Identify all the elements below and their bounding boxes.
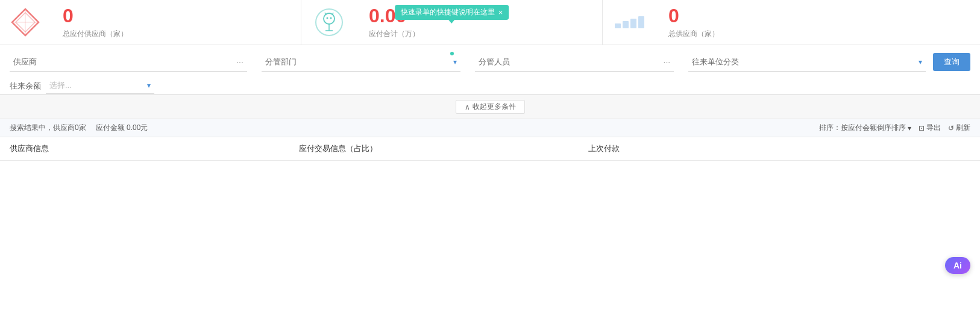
results-summary: 搜索结果中，供应商0家 应付金额 0.00元 [10, 123, 148, 133]
payable-total-label: 应付合计（万） [369, 29, 419, 39]
sort-label: 排序：按应付会额倒序排序 [819, 123, 906, 133]
results-actions: 排序：按应付会额倒序排序 ▾ ⊡ 导出 ↺ 刷新 [819, 123, 970, 133]
logo-icon [10, 7, 41, 38]
col-supplier-header: 供应商信息 [10, 143, 299, 154]
tooltip-text: 快速录单的快捷键说明在这里 [401, 7, 495, 17]
results-amount: 应付金额 0.00元 [96, 123, 148, 133]
person-filter[interactable]: 分管人员 ··· [475, 52, 674, 72]
supplier-filter[interactable]: 供应商 ··· [10, 52, 247, 72]
department-dropdown-icon[interactable]: ▾ [453, 58, 457, 66]
svg-point-11 [330, 17, 332, 19]
results-bar: 搜索结果中，供应商0家 应付金额 0.00元 排序：按应付会额倒序排序 ▾ ⊡ … [0, 119, 980, 137]
export-label: 导出 [926, 123, 941, 133]
total-suppliers-label: 总供应商（家） [668, 29, 719, 39]
payable-icon [313, 7, 345, 38]
refresh-icon: ↺ [948, 124, 954, 132]
person-label: 分管人员 [479, 57, 510, 67]
department-input[interactable] [301, 57, 451, 66]
department-label: 分管部门 [265, 57, 297, 67]
refresh-button[interactable]: ↺ 刷新 [948, 123, 970, 133]
results-suppliers: 搜索结果中，供应商0家 [10, 123, 86, 133]
total-suppliers-number: 0 [668, 5, 679, 26]
filter-row-1: 供应商 ··· 分管部门 ▾ 分管人员 ··· 往来单位分类 ▾ 查询 [10, 52, 970, 72]
unit-class-input[interactable] [744, 57, 916, 66]
filter-bar: 供应商 ··· 分管部门 ▾ 分管人员 ··· 往来单位分类 ▾ 查询 往来余额 [0, 45, 980, 95]
table-body [0, 161, 980, 293]
supplier-input[interactable] [42, 57, 236, 66]
export-icon: ⊡ [919, 124, 925, 132]
collapse-button[interactable]: ∧ 收起更多条件 [456, 100, 525, 114]
unit-class-filter[interactable]: 往来单位分类 ▾ [688, 52, 926, 72]
balance-dropdown-icon[interactable]: ▾ [147, 81, 151, 90]
col-transactions-header: 应付交易信息（占比） [299, 143, 588, 154]
tooltip-dot [449, 51, 455, 57]
sort-arrow-icon: ▾ [908, 124, 911, 132]
person-dots[interactable]: ··· [664, 57, 671, 67]
bar-chart-icon [615, 16, 644, 28]
filter-row-2: 往来余额 选择... ▾ [10, 78, 970, 94]
svg-point-10 [327, 17, 328, 19]
supplier-dots[interactable]: ··· [236, 57, 243, 67]
refresh-label: 刷新 [956, 123, 970, 133]
balance-select[interactable]: 选择... ▾ [46, 78, 154, 94]
export-button[interactable]: ⊡ 导出 [919, 123, 941, 133]
collapse-icon: ∧ [465, 103, 470, 111]
supplier-label: 供应商 [13, 57, 37, 67]
tooltip-bubble: 快速录单的快捷键说明在这里 × [395, 5, 509, 20]
svg-point-5 [324, 13, 335, 24]
query-button[interactable]: 查询 [933, 53, 970, 71]
total-payable-suppliers-label: 总应付供应商（家） [63, 29, 128, 39]
col-lastpayment-header: 上次付款 [588, 143, 970, 154]
ai-button[interactable]: Ai [945, 257, 970, 274]
department-filter[interactable]: 分管部门 ▾ [262, 52, 460, 72]
stats-bar: 0 总应付供应商（家） 0.00 应付合计（万） 快速录单的快捷键说明在 [0, 0, 980, 45]
total-payable-suppliers-number: 0 [63, 5, 74, 26]
unit-class-label: 往来单位分类 [692, 57, 739, 67]
tooltip-close-button[interactable]: × [498, 8, 503, 16]
table-header: 供应商信息 应付交易信息（占比） 上次付款 [0, 137, 980, 161]
sort-button[interactable]: 排序：按应付会额倒序排序 ▾ [819, 123, 911, 133]
collapse-label: 收起更多条件 [473, 102, 516, 112]
collapse-bar: ∧ 收起更多条件 [0, 95, 980, 119]
person-input[interactable] [515, 57, 664, 66]
unit-class-dropdown-icon[interactable]: ▾ [919, 58, 922, 66]
balance-placeholder: 选择... [49, 80, 147, 91]
balance-label: 往来余额 [10, 81, 41, 91]
